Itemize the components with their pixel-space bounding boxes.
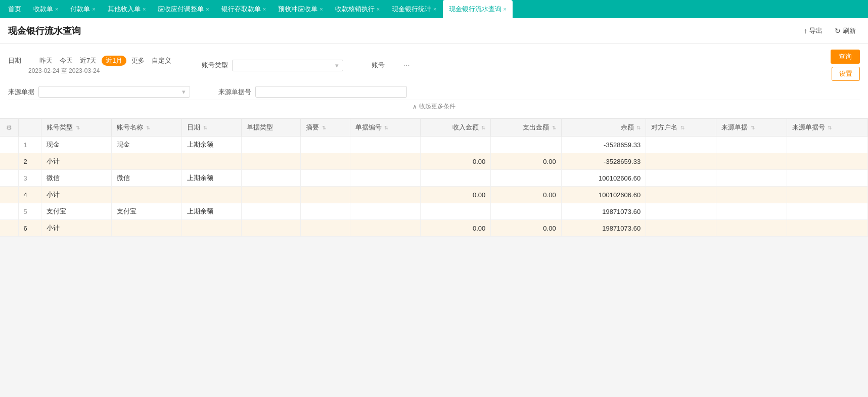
source-doc-label: 来源单据: [8, 87, 34, 97]
col-income-sort-icon: ⇅: [481, 125, 485, 130]
col-account-name[interactable]: 账号名称 ⇅: [112, 119, 182, 137]
date-opt-7days[interactable]: 近7天: [78, 56, 99, 66]
nav-item-other-income-label: 其他收入单: [108, 0, 141, 18]
query-button[interactable]: 查询: [831, 50, 860, 64]
date-opt-today[interactable]: 今天: [58, 56, 75, 66]
col-account-name-cell: 微信: [112, 170, 182, 187]
nav-item-cash-bank-stat-label: 现金银行统计: [392, 0, 431, 18]
nav-item-receipt-label: 收款单: [33, 0, 53, 18]
nav-item-prepay-offset-close[interactable]: ×: [319, 0, 323, 18]
nav-item-ar-ap-adjust[interactable]: 应收应付调整单 ×: [152, 0, 215, 18]
nav-item-prepay-offset-label: 预收冲应收单: [278, 0, 317, 18]
col-balance-sort-icon: ⇅: [636, 125, 641, 130]
col-account-name-cell: [112, 220, 182, 237]
account-dots-button[interactable]: ···: [401, 61, 412, 70]
col-account-type[interactable]: 账号类型 ⇅: [41, 119, 111, 137]
nav-item-receipt[interactable]: 收款单 ×: [27, 0, 64, 18]
date-opt-1month[interactable]: 近1月: [102, 56, 126, 66]
col-account-name-label: 账号名称: [117, 123, 143, 131]
refresh-icon: ↻: [835, 27, 841, 35]
col-counterpart-cell: [646, 220, 716, 237]
nav-item-bank-deposit-label: 银行存取款单: [221, 0, 261, 18]
col-gear: ⚙: [0, 119, 18, 137]
col-gear-cell: [0, 137, 18, 153]
collapse-filters-button[interactable]: ∧ 收起更多条件: [8, 100, 860, 114]
col-num-cell: 3: [18, 170, 41, 187]
col-summary-cell: [301, 220, 350, 237]
col-expense-cell: [491, 137, 561, 153]
col-source-doc-cell: [716, 187, 787, 203]
col-income-cell: 0.00: [421, 220, 491, 237]
col-doc-no[interactable]: 单据编号 ⇅: [350, 119, 420, 137]
nav-item-collect-verify[interactable]: 收款核销执行 ×: [329, 0, 386, 18]
nav-item-ar-ap-adjust-close[interactable]: ×: [206, 0, 209, 18]
table-row: 1现金现金上期余额-3528659.33: [0, 137, 868, 153]
nav-item-cash-bank-flow[interactable]: 现金银行流水查询 ×: [443, 0, 513, 18]
date-opt-yesterday[interactable]: 昨天: [37, 56, 55, 66]
col-account-type-cell: 支付宝: [41, 203, 111, 220]
col-balance[interactable]: 余额 ⇅: [561, 119, 646, 137]
col-summary-cell: [301, 170, 350, 187]
col-income[interactable]: 收入金额 ⇅: [421, 119, 491, 137]
col-balance-cell: -3528659.33: [561, 153, 646, 170]
col-date-cell: 上期余额: [182, 170, 241, 187]
account-type-select[interactable]: ▾: [232, 60, 343, 71]
col-source-doc-label: 来源单据: [721, 123, 748, 131]
settings-button[interactable]: 设置: [832, 67, 860, 81]
date-opt-custom[interactable]: 自定义: [150, 56, 173, 66]
col-source-doc-no-cell: [787, 203, 867, 220]
nav-item-collect-verify-close[interactable]: ×: [377, 0, 380, 18]
col-doc-no-cell: [350, 153, 420, 170]
gear-icon[interactable]: ⚙: [6, 124, 12, 131]
nav-item-bank-deposit[interactable]: 银行存取款单 ×: [215, 0, 272, 18]
account-type-label: 账号类型: [202, 61, 228, 70]
nav-item-payment-close[interactable]: ×: [92, 0, 95, 18]
col-counterpart-sort-icon: ⇅: [680, 125, 684, 130]
col-doc-type: 单据类型: [241, 119, 300, 137]
col-date-cell: [182, 187, 241, 203]
col-expense[interactable]: 支出金额 ⇅: [491, 119, 561, 137]
col-counterpart-cell: [646, 203, 716, 220]
nav-item-cash-bank-stat-close[interactable]: ×: [433, 0, 436, 18]
col-source-doc-cell: [716, 137, 787, 153]
account-type-chevron-icon: ▾: [335, 62, 339, 69]
nav-item-receipt-close[interactable]: ×: [55, 0, 58, 18]
source-doc-select[interactable]: ▾: [38, 86, 190, 98]
col-summary-sort-icon: ⇅: [322, 125, 326, 130]
col-doc-type-cell: [241, 203, 300, 220]
col-source-doc-cell: [716, 170, 787, 187]
nav-item-home-label: 首页: [8, 0, 21, 18]
account-type-filter-group: 账号类型 ▾: [202, 60, 343, 71]
col-num-cell: 4: [18, 187, 41, 203]
col-source-doc[interactable]: 来源单据 ⇅: [716, 119, 787, 137]
source-doc-no-input[interactable]: [255, 86, 407, 98]
col-date-cell: 上期余额: [182, 203, 241, 220]
nav-item-home[interactable]: 首页: [2, 0, 27, 18]
nav-item-other-income-close[interactable]: ×: [143, 0, 146, 18]
col-expense-label: 支出金额: [523, 123, 549, 131]
col-counterpart[interactable]: 对方户名 ⇅: [646, 119, 716, 137]
col-gear-cell: [0, 220, 18, 237]
export-button[interactable]: ↑ 导出: [800, 24, 827, 37]
col-income-label: 收入金额: [452, 123, 479, 131]
account-filter-group: 账号 ···: [372, 61, 412, 70]
nav-item-cash-bank-stat[interactable]: 现金银行统计 ×: [386, 0, 442, 18]
export-label: 导出: [809, 26, 823, 35]
col-balance-cell: 100102606.60: [561, 170, 646, 187]
refresh-button[interactable]: ↻ 刷新: [831, 24, 860, 37]
date-opt-more[interactable]: 更多: [129, 56, 147, 66]
col-account-name-cell: 支付宝: [112, 203, 182, 220]
col-doc-no-cell: [350, 203, 420, 220]
nav-item-payment[interactable]: 付款单 ×: [64, 0, 101, 18]
col-counterpart-cell: [646, 170, 716, 187]
nav-item-cash-bank-flow-close[interactable]: ×: [504, 0, 507, 18]
nav-item-prepay-offset[interactable]: 预收冲应收单 ×: [272, 0, 329, 18]
col-date[interactable]: 日期 ⇅: [182, 119, 241, 137]
col-source-doc-no[interactable]: 来源单据号 ⇅: [787, 119, 867, 137]
col-expense-cell: 0.00: [491, 153, 561, 170]
account-label: 账号: [372, 61, 397, 70]
nav-item-bank-deposit-close[interactable]: ×: [263, 0, 266, 18]
col-summary[interactable]: 摘要 ⇅: [301, 119, 350, 137]
col-doc-no-cell: [350, 220, 420, 237]
nav-item-other-income[interactable]: 其他收入单 ×: [102, 0, 152, 18]
